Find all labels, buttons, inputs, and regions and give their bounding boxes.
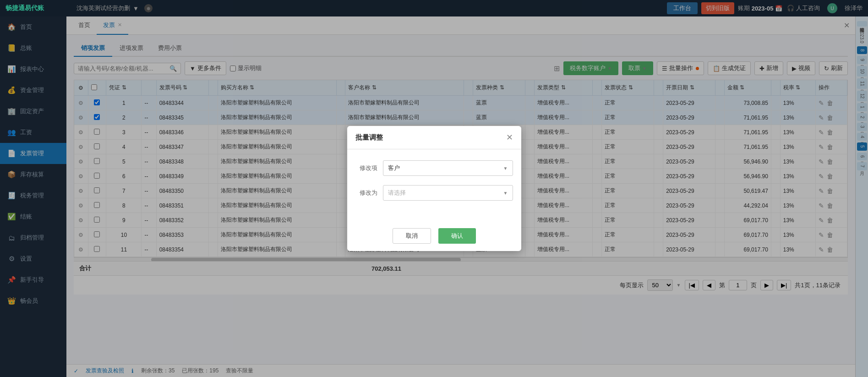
modify-to-label: 修改为: [355, 189, 383, 197]
modify-item-label: 修改项: [355, 164, 383, 172]
confirm-button[interactable]: 确认: [438, 228, 476, 244]
modal-overlay[interactable]: 批量调整 ✕ 修改项 客户 ▼ 修改为 请选择 ▼ 取消 确认: [0, 0, 868, 377]
batch-adjust-modal: 批量调整 ✕ 修改项 客户 ▼ 修改为 请选择 ▼ 取消 确认: [347, 126, 521, 251]
modify-to-chevron-icon: ▼: [503, 191, 508, 196]
modal-body: 修改项 客户 ▼ 修改为 请选择 ▼: [347, 149, 521, 221]
cancel-button[interactable]: 取消: [393, 228, 431, 244]
modify-item-select[interactable]: 客户 ▼: [383, 160, 513, 176]
modal-footer: 取消 确认: [347, 221, 521, 251]
modify-to-select[interactable]: 请选择 ▼: [383, 185, 513, 201]
modal-close-button[interactable]: ✕: [506, 132, 513, 142]
modal-title: 批量调整: [355, 133, 383, 142]
modify-to-row: 修改为 请选择 ▼: [355, 185, 513, 201]
modify-item-row: 修改项 客户 ▼: [355, 160, 513, 176]
modify-item-chevron-icon: ▼: [503, 166, 508, 171]
modal-header: 批量调整 ✕: [347, 126, 521, 149]
